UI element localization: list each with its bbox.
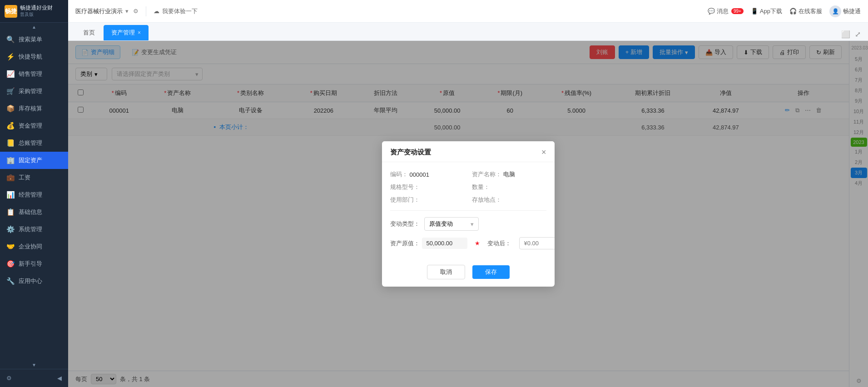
sidebar-item-collab[interactable]: 🤝 企业协同: [0, 238, 68, 255]
tab-asset-management[interactable]: 资产管理 ×: [104, 25, 149, 40]
user-name: 畅捷通: [843, 7, 861, 15]
avatar: 👤: [829, 5, 841, 17]
topbar-divider: [146, 6, 146, 16]
operations-icon: 📊: [6, 191, 15, 199]
sidebar-nav: 🔍 搜索菜单 ⚡ 快捷导航 📈 销售管理 🛒 采购管理 📦 库存核算 💰 资金管…: [0, 31, 68, 361]
department-label: 使用部门：: [390, 196, 420, 204]
sidebar-item-sales[interactable]: 📈 销售管理: [0, 65, 68, 83]
sidebar-logo: 畅捷 畅捷通好业财 普及版: [0, 0, 68, 23]
change-type-row: 变动类型： 原值变动 ▾: [390, 217, 546, 231]
experience-btn[interactable]: ☁ 我要体验一下: [154, 7, 198, 15]
message-label: 消息: [717, 7, 729, 15]
payroll-icon: 💼: [6, 174, 15, 182]
modal-code-item: 编码： 000001: [390, 170, 465, 179]
app-download-btn[interactable]: 📱 App下载: [751, 7, 782, 15]
customer-service-label: 在线客服: [799, 7, 822, 15]
topbar-right: 💬 消息 99+ 📱 App下载 🎧 在线客服 👤 畅捷通: [708, 5, 861, 17]
sidebar-item-system[interactable]: ⚙️ 系统管理: [0, 221, 68, 238]
logo-title: 畅捷通好业财: [20, 5, 53, 12]
sidebar-item-label-search: 搜索菜单: [19, 35, 42, 44]
guide-icon: 🎯: [6, 260, 15, 268]
sidebar-item-label-system: 系统管理: [19, 225, 42, 233]
sidebar-item-inventory[interactable]: 📦 库存核算: [0, 100, 68, 117]
sidebar-item-operations[interactable]: 📊 经营管理: [0, 186, 68, 203]
sidebar-item-basic-info[interactable]: 📋 基础信息: [0, 203, 68, 221]
modal-divider: [390, 210, 546, 211]
save-button[interactable]: 保存: [472, 265, 510, 279]
required-star: ★: [475, 240, 480, 247]
sidebar-item-quicknav[interactable]: ⚡ 快捷导航: [0, 48, 68, 65]
settings-icon[interactable]: ⚙: [6, 375, 12, 382]
main-area: 医疗器械行业演示 ▾ ⚙ ☁ 我要体验一下 💬 消息 99+ 📱 App下载 🎧…: [68, 0, 868, 387]
sidebar-item-label-guide: 新手引导: [19, 260, 42, 268]
message-icon: 💬: [708, 8, 715, 15]
cancel-button[interactable]: 取消: [427, 265, 465, 279]
tab-close-icon[interactable]: ×: [138, 30, 141, 36]
topbar-gear-icon[interactable]: ⚙: [133, 8, 139, 15]
asset-name-value: 电脑: [503, 170, 515, 179]
modal-close-btn[interactable]: ×: [541, 148, 546, 157]
sidebar-item-ledger[interactable]: 📒 总账管理: [0, 134, 68, 152]
sidebar: 畅捷 畅捷通好业财 普及版 ▲ 🔍 搜索菜单 ⚡ 快捷导航 📈 销售管理 🛒 采…: [0, 0, 68, 387]
app-download-label: App下载: [760, 7, 782, 15]
sidebar-item-search[interactable]: 🔍 搜索菜单: [0, 31, 68, 48]
experience-label: 我要体验一下: [162, 7, 198, 15]
message-btn[interactable]: 💬 消息 99+: [708, 7, 744, 15]
sidebar-item-label-inventory: 库存核算: [19, 104, 42, 113]
modal-info-grid: 编码： 000001 资产名称： 电脑 规格型号： 数量：: [390, 170, 546, 204]
tab-home[interactable]: 首页: [75, 25, 103, 40]
sidebar-item-apps[interactable]: 🔧 应用中心: [0, 273, 68, 290]
ledger-icon: 📒: [6, 139, 15, 147]
sidebar-item-label-purchase: 采购管理: [19, 87, 42, 95]
tab-asset-label: 资产管理: [111, 29, 135, 37]
sales-icon: 📈: [6, 70, 15, 78]
basic-info-icon: 📋: [6, 208, 15, 216]
purchase-icon: 🛒: [6, 87, 15, 95]
sidebar-scroll-up[interactable]: ▲: [31, 24, 37, 30]
tab-controls: ⬜ ⤢: [841, 30, 861, 40]
sidebar-item-label-operations: 经营管理: [19, 191, 42, 199]
spec-label: 规格型号：: [390, 183, 420, 191]
change-type-label: 变动类型：: [390, 220, 420, 228]
modal-department-item: 使用部门：: [390, 196, 465, 204]
sidebar-item-payroll[interactable]: 💼 工资: [0, 169, 68, 186]
modal-body: 编码： 000001 资产名称： 电脑 规格型号： 数量：: [382, 162, 555, 260]
sidebar-item-guide[interactable]: 🎯 新手引导: [0, 255, 68, 273]
company-selector[interactable]: 医疗器械行业演示 ▾: [75, 7, 129, 15]
location-label: 存放地点：: [472, 196, 501, 204]
sidebar-bottom: ⚙ ◀: [0, 369, 68, 387]
change-type-select[interactable]: 原值变动 ▾: [424, 217, 479, 231]
change-type-chevron: ▾: [471, 221, 474, 228]
modal-asset-name-item: 资产名称： 电脑: [472, 170, 546, 179]
sidebar-item-funds[interactable]: 💰 资金管理: [0, 117, 68, 134]
sidebar-item-label-basic-info: 基础信息: [19, 208, 42, 216]
tab-restore-btn[interactable]: ⬜: [841, 30, 850, 39]
sidebar-item-label-ledger: 总账管理: [19, 139, 42, 147]
sidebar-scroll-down[interactable]: ▼: [31, 362, 37, 368]
customer-service-btn[interactable]: 🎧 在线客服: [789, 7, 822, 15]
code-label: 编码：: [390, 170, 408, 179]
asset-value-row: 资产原值： 50,000.00 ★ 变动后：: [390, 237, 546, 249]
asset-name-label: 资产名称：: [472, 170, 501, 179]
user-avatar-area[interactable]: 👤 畅捷通: [829, 5, 861, 17]
topbar: 医疗器械行业演示 ▾ ⚙ ☁ 我要体验一下 💬 消息 99+ 📱 App下载 🎧…: [68, 0, 868, 23]
sidebar-item-fixed-assets[interactable]: 🏢 固定资产: [0, 152, 68, 169]
after-change-label: 变动后：: [487, 239, 515, 248]
logo-icon: 畅捷: [5, 5, 17, 18]
logo-text-block: 畅捷通好业财 普及版: [20, 5, 53, 18]
system-icon: ⚙️: [6, 225, 15, 233]
tab-expand-btn[interactable]: ⤢: [855, 30, 861, 39]
sidebar-item-purchase[interactable]: 🛒 采购管理: [0, 83, 68, 100]
tab-home-label: 首页: [83, 29, 95, 37]
service-icon: 🎧: [789, 8, 797, 15]
collapse-icon[interactable]: ◀: [57, 375, 62, 382]
sidebar-item-label-apps: 应用中心: [19, 277, 42, 285]
modal-title: 资产变动设置: [390, 148, 431, 157]
sidebar-item-label-fixed-assets: 固定资产: [19, 156, 42, 164]
apps-icon: 🔧: [6, 277, 15, 285]
asset-change-modal: 资产变动设置 × 编码： 000001 资产名称： 电脑: [382, 141, 555, 287]
asset-original-label: 资产原值：: [390, 239, 417, 248]
app-icon: 📱: [751, 8, 758, 15]
after-change-input[interactable]: [519, 237, 555, 249]
quicknav-icon: ⚡: [6, 53, 15, 61]
